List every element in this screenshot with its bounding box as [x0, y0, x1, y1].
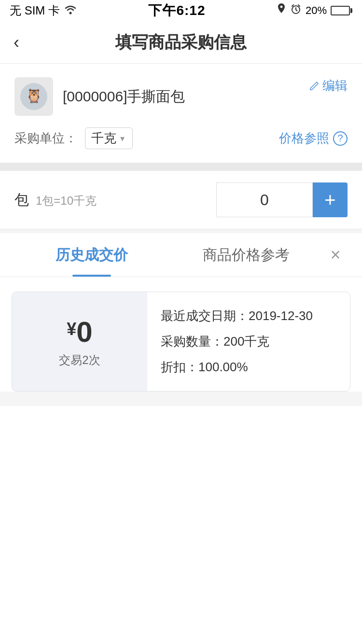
edit-button[interactable]: 编辑	[309, 77, 348, 94]
quantity-hint: 1包=10千克	[36, 193, 97, 209]
tab-reference-label: 商品价格参考	[203, 245, 290, 265]
quantity-input[interactable]: 0	[216, 182, 313, 217]
tab-price-reference[interactable]: 商品价格参考	[169, 233, 323, 277]
tabs-section: 历史成交价 商品价格参考 × ¥0 交易2次 最近成交日期：2019-12-30…	[0, 233, 362, 392]
price-detail-panel: 最近成交日期：2019-12-30 采购数量：200千克 折扣：100.00%	[147, 292, 350, 391]
unit-arrow: ▾	[120, 133, 125, 144]
svg-point-0	[70, 12, 72, 14]
tabs-header: 历史成交价 商品价格参考 ×	[0, 233, 362, 277]
quantity-plus-button[interactable]: +	[313, 182, 348, 217]
tab-history-price[interactable]: 历史成交价	[14, 233, 169, 277]
tab-history-label: 历史成交价	[56, 245, 128, 265]
price-summary-panel: ¥0 交易2次	[12, 292, 147, 391]
product-full-name: [0000006]手撕面包	[63, 87, 185, 107]
purchase-qty-row: 采购数量：200千克	[161, 332, 336, 351]
discount-row: 折扣：100.00%	[161, 358, 336, 377]
discount-value: 100.00%	[198, 360, 248, 374]
empty-content-area	[0, 406, 362, 644]
back-button[interactable]: ‹	[14, 32, 19, 53]
purchase-qty-label: 采购数量：	[161, 334, 223, 349]
unit-select[interactable]: 千克 ▾	[85, 127, 133, 149]
discount-label: 折扣：	[161, 360, 198, 374]
price-ref-label: 价格参照	[279, 130, 329, 147]
currency-symbol: ¥	[67, 319, 76, 339]
trade-count: 交易2次	[59, 352, 100, 368]
price-value: 0	[76, 316, 92, 348]
battery-percentage: 20%	[306, 4, 327, 17]
page-title: 填写商品采购信息	[115, 31, 247, 54]
product-thumbnail: 🦉	[14, 77, 53, 116]
status-carrier: 无 SIM 卡	[10, 3, 77, 18]
wifi-icon	[64, 4, 77, 17]
section-divider	[0, 163, 362, 171]
edit-label: 编辑	[322, 77, 348, 94]
status-icons: 20%	[277, 3, 352, 18]
price-card: ¥0 交易2次 最近成交日期：2019-12-30 采购数量：200千克 折扣：…	[12, 292, 350, 392]
nav-bar: ‹ 填写商品采购信息	[0, 21, 362, 64]
tab-active-indicator	[72, 275, 111, 277]
question-icon: ?	[333, 131, 348, 146]
battery-icon	[331, 6, 352, 15]
location-icon	[277, 3, 286, 18]
unit-row: 采购单位： 千克 ▾	[14, 127, 133, 149]
product-card: 🦉 [0000006]手撕面包 编辑 采购单位： 千克 ▾ 价格参照 ?	[0, 64, 362, 163]
quantity-value: 0	[260, 191, 269, 209]
quantity-unit: 包	[14, 190, 29, 210]
quantity-label-area: 包 1包=10千克	[14, 190, 97, 210]
price-reference-button[interactable]: 价格参照 ?	[279, 130, 348, 147]
status-bar: 无 SIM 卡 下午6:12 20%	[0, 0, 362, 21]
svg-text:🦉: 🦉	[26, 88, 42, 104]
carrier-text: 无 SIM 卡	[10, 3, 60, 18]
product-info: 🦉 [0000006]手撕面包	[14, 77, 185, 116]
quantity-row: 包 1包=10千克 0 +	[0, 171, 362, 229]
recent-date-row: 最近成交日期：2019-12-30	[161, 307, 336, 325]
status-time: 下午6:12	[148, 1, 205, 20]
unit-label: 采购单位：	[14, 130, 77, 147]
alarm-icon	[290, 3, 302, 18]
quantity-input-area: 0 +	[216, 182, 348, 217]
product-top-row: 🦉 [0000006]手撕面包 编辑	[14, 77, 348, 116]
tab-close-button[interactable]: ×	[323, 243, 348, 267]
recent-date-label: 最近成交日期：	[161, 308, 249, 323]
price-amount: ¥0	[67, 315, 92, 349]
product-bottom-row: 采购单位： 千克 ▾ 价格参照 ?	[14, 127, 348, 149]
unit-value: 千克	[91, 130, 116, 147]
purchase-qty-value: 200千克	[223, 334, 269, 349]
recent-date-value: 2019-12-30	[249, 308, 313, 323]
